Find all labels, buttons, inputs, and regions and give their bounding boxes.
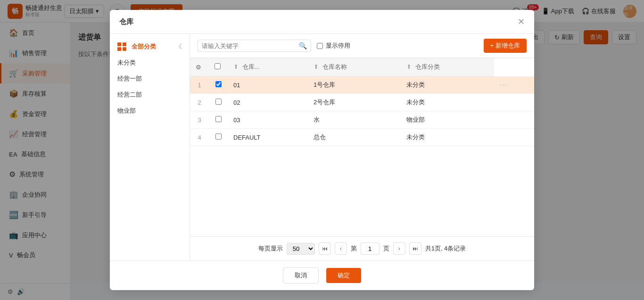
row-checkbox[interactable] <box>209 76 228 94</box>
table-row[interactable]: 3 03 水 物业部 <box>190 111 534 129</box>
search-input[interactable] <box>202 42 296 50</box>
row-name: 1号仓库 <box>308 76 401 94</box>
first-page-button[interactable]: ⏮ <box>319 242 331 255</box>
row-category: 物业部 <box>401 111 494 129</box>
category-toggle[interactable]: 全部分类 《 <box>110 39 190 55</box>
row-actions[interactable]: ··· <box>494 76 534 94</box>
dialog-main-content: 🔍 显示停用 + 新增仓库 ⚙ <box>190 34 534 260</box>
dialog-overlay: 仓库 ✕ 全部分类 《 未分类 经营一部 经营二部 <box>0 0 644 300</box>
next-page-button[interactable]: › <box>393 242 405 255</box>
add-warehouse-button[interactable]: + 新增仓库 <box>484 39 527 53</box>
row-num: 4 <box>190 129 209 146</box>
row-checkbox[interactable] <box>209 94 228 111</box>
row-num: 1 <box>190 76 209 94</box>
sort-icon-name: ⬆ <box>314 63 319 70</box>
dialog-footer: 取消 确定 <box>110 260 534 290</box>
col-checkbox-header <box>209 58 228 76</box>
row-category: 未分类 <box>401 129 494 146</box>
page-word: 第 <box>351 244 357 253</box>
row-num: 3 <box>190 111 209 129</box>
sort-icon-code: ⬆ <box>233 63 239 70</box>
show-disabled-label: 显示停用 <box>326 42 350 50</box>
dialog-toolbar: 🔍 显示停用 + 新增仓库 <box>190 34 534 58</box>
row-name: 2号仓库 <box>308 94 401 111</box>
table-row[interactable]: 1 01 1号仓库 未分类 ··· <box>190 76 534 94</box>
per-page-select[interactable]: 50 100 200 <box>287 243 315 255</box>
search-input-wrap: 🔍 <box>198 40 311 52</box>
table-row[interactable]: 2 02 2号仓库 未分类 <box>190 94 534 111</box>
col-settings-header[interactable]: ⚙ <box>190 58 209 76</box>
col-name-header: ⬆ 仓库名称 <box>308 58 401 76</box>
grid-icon <box>117 42 127 51</box>
col-category-header: ⬆ 仓库分类 <box>401 58 494 76</box>
dialog-close-button[interactable]: ✕ <box>518 17 525 27</box>
page-number-input[interactable] <box>361 242 380 255</box>
row-checkbox[interactable] <box>209 111 228 129</box>
row-name: 水 <box>308 111 401 129</box>
row-code: 02 <box>228 94 308 111</box>
search-icon: 🔍 <box>299 42 307 50</box>
warehouse-table-wrap: ⚙ ⬆ 仓库... ⬆ <box>190 58 534 236</box>
col-settings-icon: ⚙ <box>196 64 201 71</box>
show-disabled-checkbox-wrap[interactable]: 显示停用 <box>317 42 350 50</box>
row-name: 总仓 <box>308 129 401 146</box>
dialog-header: 仓库 ✕ <box>110 10 534 34</box>
dialog-category-sidebar: 全部分类 《 未分类 经营一部 经营二部 物业部 <box>110 34 190 260</box>
dialog-body: 全部分类 《 未分类 经营一部 经营二部 物业部 🔍 <box>110 34 534 260</box>
row-category: 未分类 <box>401 76 494 94</box>
cancel-button[interactable]: 取消 <box>283 267 319 283</box>
last-page-button[interactable]: ⏭ <box>409 242 421 255</box>
table-header-row: ⚙ ⬆ 仓库... ⬆ <box>190 58 534 76</box>
row-num: 2 <box>190 94 209 111</box>
row-category: 未分类 <box>401 94 494 111</box>
row-code: 01 <box>228 76 308 94</box>
prev-page-button[interactable]: ‹ <box>335 242 347 255</box>
dialog-title: 仓库 <box>119 17 133 26</box>
per-page-label: 每页显示 <box>258 244 283 253</box>
category-item-ops2[interactable]: 经营二部 <box>110 87 190 103</box>
col-code-header: ⬆ 仓库... <box>228 58 308 76</box>
category-item-ops1[interactable]: 经营一部 <box>110 71 190 87</box>
category-item-property[interactable]: 物业部 <box>110 103 190 119</box>
category-item-unclassified[interactable]: 未分类 <box>110 55 190 71</box>
table-row[interactable]: 4 DEFAULT 总仓 未分类 <box>190 129 534 146</box>
dialog-pagination: 每页显示 50 100 200 ⏮ ‹ 第 页 › ⏭ 共1页, 4条记录 <box>190 236 534 260</box>
warehouse-dialog: 仓库 ✕ 全部分类 《 未分类 经营一部 经营二部 <box>110 10 534 290</box>
warehouse-table: ⚙ ⬆ 仓库... ⬆ <box>190 58 534 146</box>
sort-icon-category: ⬆ <box>406 63 412 70</box>
row-code: DEFAULT <box>228 129 308 146</box>
select-all-checkbox[interactable] <box>215 63 221 69</box>
collapse-icon: 《 <box>175 42 182 51</box>
row-code: 03 <box>228 111 308 129</box>
page-label: 页 <box>383 244 389 253</box>
row-checkbox[interactable] <box>209 129 228 146</box>
total-info: 共1页, 4条记录 <box>425 244 466 253</box>
confirm-button[interactable]: 确定 <box>326 268 361 283</box>
all-categories-label: 全部分类 <box>132 42 156 51</box>
show-disabled-checkbox[interactable] <box>317 43 323 49</box>
